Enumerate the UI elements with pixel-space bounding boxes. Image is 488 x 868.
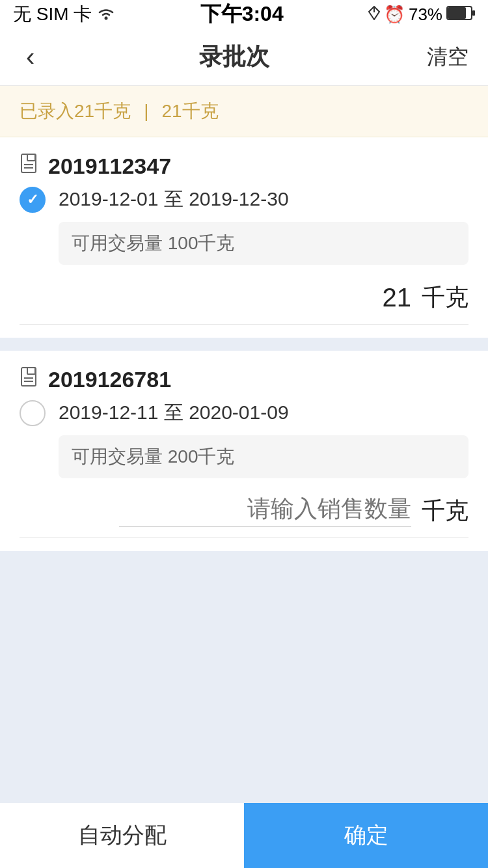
batch-header-2: 2019126781 <box>20 366 468 393</box>
recorded-label: 已录入21千克 <box>20 99 131 124</box>
info-banner: 已录入21千克 | 21千克 <box>0 86 488 137</box>
svg-rect-4 <box>21 154 36 172</box>
batch-id-1: 2019112347 <box>48 154 171 179</box>
avail-box-2: 可用交易量 200千克 <box>59 435 468 478</box>
wifi-icon <box>97 4 115 25</box>
empty-area <box>0 564 488 844</box>
quantity-row-1: 21 千克 <box>20 271 468 325</box>
doc-icon-2 <box>20 366 42 393</box>
batch-item-1: 2019112347 2019-12-01 至 2019-12-30 可用交易量… <box>0 137 488 338</box>
quantity-unit-2: 千克 <box>422 495 468 527</box>
batch-date-row-2: 2019-12-11 至 2020-01-09 <box>20 400 468 426</box>
batch-id-2: 2019126781 <box>48 367 171 392</box>
svg-rect-9 <box>27 368 35 374</box>
total-value: 21千克 <box>161 99 218 124</box>
confirm-button[interactable]: 确定 <box>244 803 488 868</box>
location-icon <box>368 5 380 25</box>
svg-rect-8 <box>21 368 36 386</box>
auto-distribute-button[interactable]: 自动分配 <box>0 803 244 868</box>
clear-button[interactable]: 清空 <box>427 43 468 72</box>
radio-2[interactable] <box>20 400 46 426</box>
info-divider: | <box>144 101 148 122</box>
battery-icon <box>446 5 475 25</box>
batch-date-1: 2019-12-01 至 2019-12-30 <box>59 186 289 213</box>
section-separator-2 <box>0 551 488 564</box>
svg-point-0 <box>105 17 108 20</box>
radio-1[interactable] <box>20 187 46 213</box>
batch-date-2: 2019-12-11 至 2020-01-09 <box>59 400 289 426</box>
batch-date-row-1: 2019-12-01 至 2019-12-30 <box>20 186 468 213</box>
quantity-input-row-2: 千克 <box>20 485 468 538</box>
battery-percent: 73% <box>409 5 442 25</box>
batch-item-2: 2019126781 2019-12-11 至 2020-01-09 可用交易量… <box>0 351 488 551</box>
quantity-unit-1: 千克 <box>422 282 468 314</box>
section-separator-1 <box>0 338 488 351</box>
batch-header-1: 2019112347 <box>20 153 468 180</box>
page-title: 录批次 <box>199 41 269 73</box>
svg-rect-5 <box>27 154 35 161</box>
avail-box-1: 可用交易量 100千克 <box>59 222 468 265</box>
status-bar: 无 SIM 卡 下午3:04 ⏰ 73% <box>0 0 488 29</box>
quantity-value-1: 21 <box>383 283 412 312</box>
svg-rect-3 <box>472 10 475 16</box>
nav-bar: ‹ 录批次 清空 <box>0 29 488 86</box>
input-wrapper-2 <box>119 495 411 527</box>
status-right: ⏰ 73% <box>368 5 475 25</box>
alarm-icon: ⏰ <box>384 5 405 25</box>
status-carrier: 无 SIM 卡 <box>13 2 115 27</box>
svg-rect-2 <box>448 7 466 19</box>
status-time: 下午3:04 <box>200 0 284 29</box>
bottom-bar: 自动分配 确定 <box>0 803 488 868</box>
carrier-text: 无 SIM 卡 <box>13 2 92 27</box>
doc-icon-1 <box>20 153 42 180</box>
quantity-input-2[interactable] <box>119 495 411 522</box>
back-button[interactable]: ‹ <box>20 36 41 78</box>
